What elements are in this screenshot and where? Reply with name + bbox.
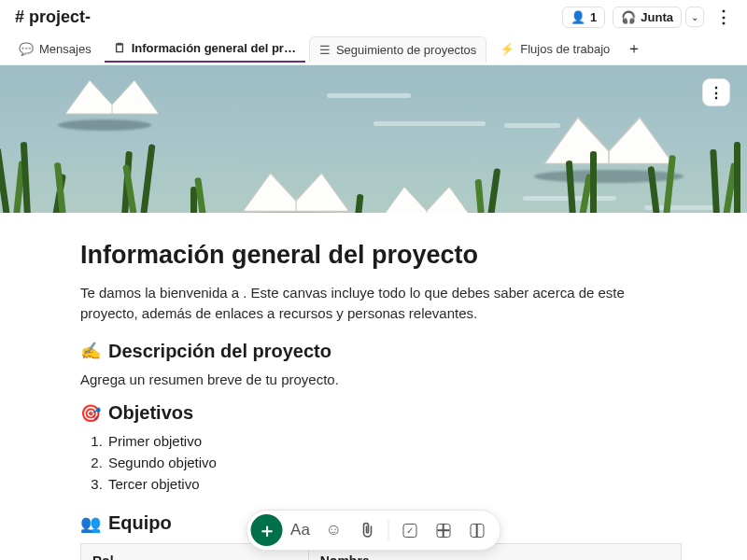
bolt-icon: ⚡ — [500, 42, 514, 56]
paperclip-icon — [360, 522, 375, 539]
headphones-icon: 🎧 — [621, 10, 636, 24]
checklist-button[interactable]: ✓ — [394, 514, 426, 546]
cover-options-button[interactable]: ⋮ — [702, 78, 730, 106]
huddle-chevron[interactable]: ⌄ — [685, 7, 704, 27]
list-item[interactable]: Primer objetivo — [106, 431, 682, 453]
member-count: 1 — [590, 10, 597, 24]
grid-icon — [436, 524, 450, 538]
cover-image: ⋮ — [0, 65, 747, 213]
insert-block-button[interactable]: ＋ — [251, 514, 283, 546]
svg-marker-4 — [380, 187, 473, 213]
huddle-button[interactable]: 🎧 Junta — [613, 7, 682, 28]
person-icon: 👤 — [571, 10, 585, 24]
table-button[interactable] — [428, 514, 459, 546]
columns-button[interactable] — [461, 514, 493, 546]
page-title[interactable]: Información general del proyecto — [80, 241, 682, 270]
checkbox-icon: ✓ — [402, 524, 416, 538]
channel-tabs: 💬 Mensajes 🗒 Información general del pr…… — [0, 34, 747, 65]
canvas-document[interactable]: Información general del proyecto Te damo… — [0, 213, 747, 560]
description-body[interactable]: Agrega un resumen breve de tu proyecto. — [80, 370, 682, 390]
channel-name[interactable]: # project- — [15, 7, 91, 27]
tab-workflows[interactable]: ⚡ Flujos de trabajo — [490, 36, 619, 62]
attachment-button[interactable] — [352, 514, 384, 546]
list-item[interactable]: Tercer objetivo — [106, 474, 682, 496]
chat-icon: 💬 — [19, 42, 34, 56]
text-format-button[interactable]: Aa — [285, 514, 317, 546]
more-actions-button[interactable]: ⋮ — [712, 7, 736, 27]
add-tab-button[interactable]: ＋ — [623, 39, 645, 59]
target-icon: 🎯 — [80, 403, 101, 424]
writing-hand-icon: ✍️ — [80, 341, 101, 361]
columns-icon — [470, 524, 484, 538]
channel-header: # project- 👤 1 🎧 Junta ⌄ ⋮ — [0, 0, 747, 34]
objectives-list[interactable]: Primer objetivo Segundo objetivo Tercer … — [106, 431, 682, 496]
description-heading[interactable]: ✍️ Descripción del proyecto — [80, 341, 682, 362]
list-icon: ☰ — [319, 43, 331, 57]
canvas-icon: 🗒 — [114, 41, 126, 55]
emoji-button[interactable]: ☺ — [318, 514, 350, 546]
tab-project-tracking[interactable]: ☰ Seguimiento de proyectos — [309, 36, 486, 63]
members-pill[interactable]: 👤 1 — [562, 7, 605, 28]
intro-paragraph[interactable]: Te damos la bienvenida a . Este canvas i… — [80, 283, 682, 324]
tab-project-overview[interactable]: 🗒 Información general del pr… — [105, 35, 305, 63]
list-item[interactable]: Segundo objetivo — [106, 453, 682, 474]
objectives-heading[interactable]: 🎯 Objetivos — [80, 402, 682, 424]
tab-messages[interactable]: 💬 Mensajes — [9, 36, 101, 62]
people-icon: 👥 — [80, 513, 101, 534]
canvas-toolbar: ＋ Aa ☺ ✓ — [247, 510, 501, 551]
